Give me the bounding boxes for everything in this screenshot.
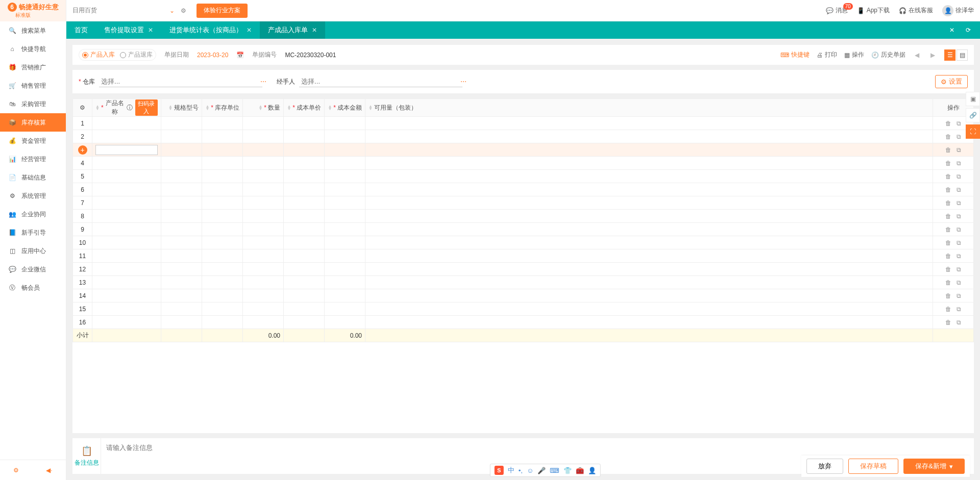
close-icon[interactable]: ✕ [247,27,252,34]
cell-unit[interactable] [202,289,243,302]
operate-link[interactable]: ▦ 操作 [844,50,864,59]
cell-avail[interactable] [365,196,933,210]
cell-price[interactable] [284,289,325,302]
delete-row-icon[interactable]: 🗑 [945,133,951,140]
cell-qty[interactable] [243,183,284,196]
tab-2[interactable]: 进货单统计表（按商品）✕ [161,21,260,39]
tab-close-all-icon[interactable]: ✕ [945,23,959,37]
cell-amount[interactable] [325,157,365,170]
radio-product-in[interactable]: 产品入库 [82,50,115,59]
nav-item-1[interactable]: ⌂快捷导航 [0,40,66,58]
nav-item-7[interactable]: 📊经营管理 [0,150,66,168]
view-list-icon[interactable]: ☰ [944,49,955,61]
ime-emoji-icon[interactable]: ☺ [527,467,533,474]
cell-qty[interactable] [243,236,284,249]
close-icon[interactable]: ✕ [148,27,153,34]
side-tool-layers-icon[interactable]: ▣ [966,92,980,106]
copy-row-icon[interactable]: ⧉ [957,160,961,167]
table-row[interactable]: 11 🗑 ⧉ [73,249,974,263]
nav-item-2[interactable]: 🎁营销推广 [0,58,66,77]
nav-item-0[interactable]: 🔍搜索菜单 [0,21,66,40]
settings-footer-icon[interactable]: ⚙ [13,467,19,474]
cell-name[interactable] [92,170,161,183]
delete-row-icon[interactable]: 🗑 [945,279,951,286]
cell-unit[interactable] [202,302,243,316]
delete-row-icon[interactable]: 🗑 [945,120,951,127]
collapse-icon[interactable]: ◀· [46,467,52,474]
cell-price[interactable] [284,276,325,289]
cell-price[interactable] [284,170,325,183]
cell-unit[interactable] [202,130,243,143]
cell-spec[interactable] [161,223,202,236]
copy-row-icon[interactable]: ⧉ [957,279,961,286]
cell-avail[interactable] [365,302,933,316]
nav-item-10[interactable]: 👥企业协同 [0,205,66,223]
cell-unit[interactable] [202,183,243,196]
copy-row-icon[interactable]: ⧉ [957,266,961,273]
handler-more-icon[interactable]: ⋯ [460,78,467,85]
cell-name[interactable] [92,157,161,170]
cell-name[interactable] [92,263,161,276]
ime-keyboard-icon[interactable]: ⌨ [550,467,559,474]
cell-qty[interactable] [243,143,284,157]
gear-icon[interactable]: ⚙ [181,7,186,14]
tab-1[interactable]: 售价提取设置✕ [96,21,161,39]
messages-link[interactable]: 💬 消息 70 [826,6,848,15]
nav-item-11[interactable]: 📘新手引导 [0,223,66,242]
copy-row-icon[interactable]: ⧉ [957,186,961,193]
cell-qty[interactable] [243,130,284,143]
cell-avail[interactable] [365,316,933,329]
cell-amount[interactable] [325,289,365,302]
cell-amount[interactable] [325,170,365,183]
cell-name[interactable] [92,117,161,130]
ime-lang[interactable]: 中 [508,466,514,475]
table-row[interactable]: 13 🗑 ⧉ [73,276,974,289]
cell-spec[interactable] [161,276,202,289]
cell-name[interactable] [92,143,161,157]
cell-name[interactable] [92,223,161,236]
copy-row-icon[interactable]: ⧉ [957,213,961,220]
cell-unit[interactable] [202,196,243,210]
cell-qty[interactable] [243,170,284,183]
cell-avail[interactable] [365,223,933,236]
close-icon[interactable]: ✕ [312,27,317,34]
cell-price[interactable] [284,302,325,316]
copy-row-icon[interactable]: ⧉ [957,173,961,180]
th-amount[interactable]: ▲▼*成本金额 [325,99,365,117]
prev-doc-icon[interactable]: ◀ [913,52,921,59]
cell-qty[interactable] [243,210,284,223]
ime-mic-icon[interactable]: 🎤 [537,467,546,474]
cell-price[interactable] [284,130,325,143]
view-card-icon[interactable]: ▤ [957,49,968,61]
cell-amount[interactable] [325,263,365,276]
delete-row-icon[interactable]: 🗑 [945,186,951,193]
cell-qty[interactable] [243,263,284,276]
table-row[interactable]: 1 🗑 ⧉ [73,117,974,130]
cell-qty[interactable] [243,249,284,263]
cell-avail[interactable] [365,276,933,289]
copy-row-icon[interactable]: ⧉ [957,133,961,140]
copy-row-icon[interactable]: ⧉ [957,226,961,233]
remarks-tab[interactable]: 📋 备注信息 [72,438,101,474]
cell-spec[interactable] [161,263,202,276]
delete-row-icon[interactable]: 🗑 [945,266,951,273]
nav-item-3[interactable]: 🛒销售管理 [0,77,66,95]
cell-spec[interactable] [161,143,202,157]
cell-avail[interactable] [365,263,933,276]
cell-amount[interactable] [325,183,365,196]
cell-unit[interactable] [202,170,243,183]
cell-price[interactable] [284,263,325,276]
cell-name[interactable] [92,316,161,329]
cell-price[interactable] [284,249,325,263]
product-name-input[interactable] [95,145,158,155]
ime-skin-icon[interactable]: 👕 [564,467,572,474]
cell-price[interactable] [284,316,325,329]
delete-row-icon[interactable]: 🗑 [945,160,951,167]
cell-amount[interactable] [325,249,365,263]
copy-row-icon[interactable]: ⧉ [957,292,961,299]
shortcut-link[interactable]: ⌨ 快捷键 [780,50,810,59]
nav-item-5[interactable]: 📦库存核算 [0,113,66,132]
side-tool-expand-icon[interactable]: ⛶ [966,124,980,139]
cell-unit[interactable] [202,223,243,236]
cell-qty[interactable] [243,302,284,316]
